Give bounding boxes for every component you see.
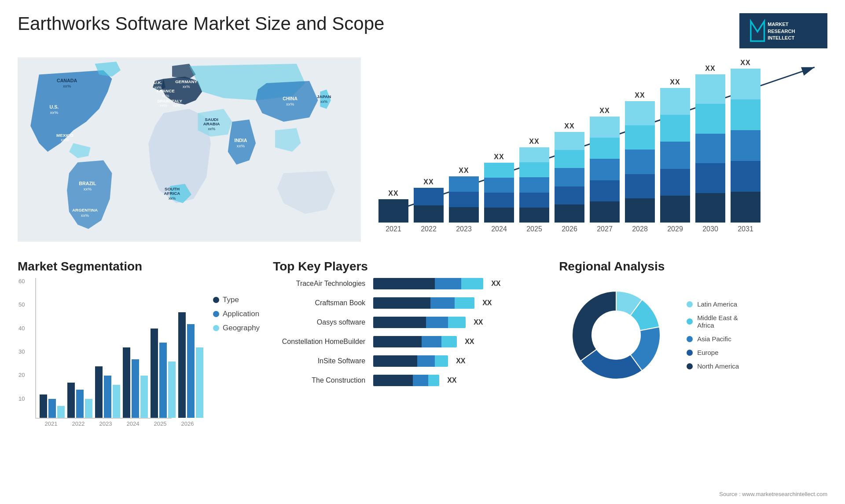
bar-stack	[660, 88, 690, 223]
seg-x-labels: 202120222023202420252026	[35, 420, 200, 427]
players-list: TraceAir TechnologiesXXCraftsman BookXXO…	[273, 278, 546, 386]
bar-segment	[414, 188, 444, 205]
svg-text:ITALY: ITALY	[170, 99, 182, 103]
bottom-row: Market Segmentation 60 50 40 30 20 10	[13, 255, 832, 453]
legend-label: Type	[223, 296, 239, 304]
player-bar-seg1	[373, 336, 422, 347]
chart-x-label: 2029	[660, 225, 690, 233]
bar-segment	[590, 117, 620, 138]
player-bar-container	[373, 355, 448, 367]
bar-stack	[378, 199, 408, 223]
svg-text:ARGENTINA: ARGENTINA	[72, 208, 98, 212]
svg-text:xx%: xx%	[173, 103, 180, 108]
player-bar-seg1	[373, 375, 413, 386]
seg-bar-group	[123, 347, 148, 418]
seg-bar	[132, 359, 139, 418]
player-bar-seg1	[373, 317, 426, 328]
svg-text:U.K.: U.K.	[154, 80, 162, 85]
segmentation-title: Market Segmentation	[18, 259, 260, 274]
bar-segment	[660, 88, 690, 115]
svg-text:INDIA: INDIA	[234, 138, 247, 143]
bars-row: XXXXXXXXXXXXXXXXXXXXXX	[378, 57, 827, 223]
bar-stack	[555, 132, 584, 223]
bar-value-label: XX	[423, 178, 434, 186]
seg-bar	[85, 399, 92, 418]
seg-bar-group	[151, 329, 176, 418]
bar-group: XX	[519, 138, 549, 223]
svg-text:SPAIN: SPAIN	[157, 99, 170, 103]
bar-value-label: XX	[529, 138, 539, 146]
player-bar-seg3	[448, 317, 466, 328]
svg-text:xx%: xx%	[84, 186, 92, 191]
seg-bar	[187, 324, 195, 418]
legend-label: Application	[223, 310, 259, 318]
bar-segment	[555, 150, 584, 168]
bar-segment	[519, 147, 549, 162]
content-area: CANADA xx% U.S. xx% MEXICO xx% BRAZIL xx…	[0, 53, 845, 453]
player-name: Craftsman Book	[273, 299, 370, 307]
seg-x-label: 2024	[121, 420, 145, 427]
player-xx-label: XX	[447, 376, 456, 384]
svg-text:xx%: xx%	[81, 213, 89, 218]
svg-text:xx%: xx%	[286, 102, 294, 106]
bar-stack	[590, 117, 620, 223]
seg-chart-area: 60 50 40 30 20 10 2021202220232024202520…	[18, 278, 260, 427]
regional-section: Regional Analysis Latin AmericaMiddle Ea…	[559, 259, 827, 449]
svg-text:CANADA: CANADA	[57, 78, 77, 83]
regional-legend-item: Middle East & Africa	[687, 314, 739, 329]
donut-svg	[559, 278, 673, 392]
chart-section: XXXXXXXXXXXXXXXXXXXXXX 20212022202320242…	[370, 57, 827, 251]
svg-text:xx%: xx%	[162, 94, 169, 98]
bar-segment	[449, 192, 479, 207]
bar-stack	[449, 176, 479, 223]
legend-dot	[213, 325, 219, 331]
legend-item: Type	[213, 296, 260, 304]
bar-stack	[731, 69, 760, 223]
svg-text:SAUDI: SAUDI	[205, 117, 219, 122]
logo-container: MARKET RESEARCH INTELLECT	[739, 13, 827, 48]
bar-value-label: XX	[635, 91, 645, 99]
player-bar-container	[373, 375, 439, 386]
chart-x-label: 2025	[519, 225, 549, 233]
chart-x-label: 2023	[449, 225, 479, 233]
player-row: Constellation HomeBuilderXX	[273, 336, 546, 347]
bar-segment	[695, 163, 725, 193]
bar-segment	[378, 199, 408, 223]
legend-label: Geography	[223, 324, 260, 332]
svg-text:GERMANY: GERMANY	[175, 79, 197, 84]
svg-text:MEXICO: MEXICO	[56, 133, 73, 138]
seg-bar	[95, 366, 103, 418]
bar-segment	[695, 74, 725, 104]
bar-value-label: XX	[670, 78, 680, 86]
player-bar-seg1	[373, 355, 417, 367]
player-bar-seg2	[422, 336, 441, 347]
y-label-50: 50	[18, 301, 25, 308]
regional-title: Regional Analysis	[559, 259, 827, 274]
bar-segment	[414, 205, 444, 223]
bar-segment	[590, 201, 620, 223]
header: Earthworks Software Market Size and Scop…	[0, 0, 845, 53]
player-name: InSite Software	[273, 357, 370, 365]
player-bar-seg3	[441, 336, 457, 347]
bar-segment	[660, 115, 690, 142]
player-bar-container	[373, 336, 457, 347]
seg-bar	[123, 347, 130, 418]
chart-x-label: 2031	[731, 225, 760, 233]
bar-stack	[519, 147, 549, 223]
svg-text:AFRICA: AFRICA	[164, 191, 180, 196]
chart-x-label: 2022	[414, 225, 444, 233]
seg-bar	[159, 343, 167, 418]
bar-chart-wrapper: XXXXXXXXXXXXXXXXXXXXXX	[378, 57, 827, 223]
regional-legend: Latin AmericaMiddle East & AfricaAsia Pa…	[687, 300, 739, 370]
regional-legend-item: Asia Pacific	[687, 335, 739, 343]
player-row: InSite SoftwareXX	[273, 355, 546, 367]
regional-legend-text: Europe	[697, 349, 718, 356]
player-bar-seg1	[373, 297, 430, 309]
seg-x-label: 2026	[175, 420, 200, 427]
seg-x-label: 2023	[93, 420, 118, 427]
bar-segment	[590, 138, 620, 159]
bar-group: XX	[414, 178, 444, 223]
bar-segment	[519, 193, 549, 208]
players-title: Top Key Players	[273, 259, 546, 274]
player-bar-seg3	[455, 297, 474, 309]
